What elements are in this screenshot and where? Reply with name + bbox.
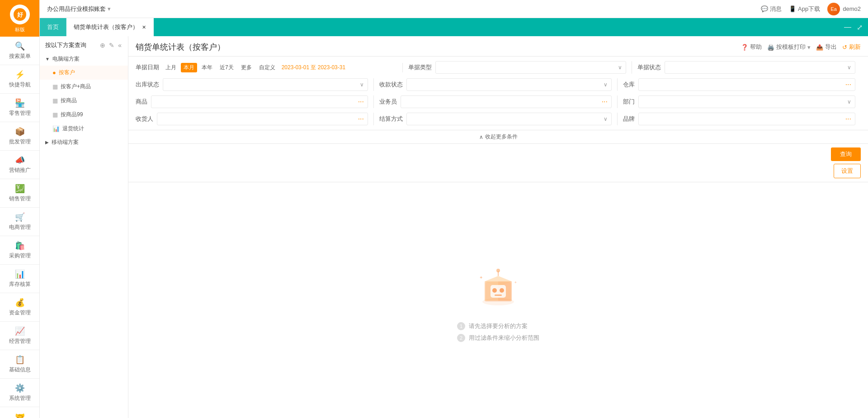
sidebar-item-shortcut[interactable]: ⚡ 快捷导航 <box>0 65 39 94</box>
logo-text: 标版 <box>15 26 25 33</box>
product-label: 商品 <box>136 98 147 106</box>
tab-home[interactable]: 首页 <box>40 18 66 36</box>
scheme-item-return-stats[interactable]: 📊 退货统计 <box>40 122 128 136</box>
date-btn-current-month[interactable]: 本月 <box>181 63 197 72</box>
recipient-dots[interactable]: ··· <box>358 115 364 123</box>
warehouse-input[interactable]: ··· <box>638 78 855 91</box>
query-button[interactable]: 查询 <box>831 147 861 161</box>
refresh-button[interactable]: ↺ 刷新 <box>842 43 861 51</box>
svg-point-13 <box>496 269 500 272</box>
minimize-tab-button[interactable]: — <box>842 21 853 33</box>
doc-status-input[interactable]: ∨ <box>665 61 855 74</box>
department-input[interactable]: ∨ <box>638 95 855 108</box>
topbar-left: 办公用品行业模拟账套 ▾ <box>47 5 111 13</box>
export-button[interactable]: 📤 导出 <box>816 43 837 51</box>
salesperson-dots[interactable]: ··· <box>602 98 608 106</box>
sidebar-item-operation[interactable]: 📈 经营管理 <box>0 322 39 350</box>
account-selector[interactable]: 办公用品行业模拟账套 ▾ <box>47 5 111 13</box>
arrow-down-icon: ▼ <box>45 57 50 62</box>
sidebar-item-enterprise[interactable]: 🤝 企业协同 <box>0 407 39 418</box>
print-button[interactable]: 🖨️ 按模板打印 ▾ <box>767 43 811 51</box>
sidebar-item-sales[interactable]: 💹 销售管理 <box>0 179 39 208</box>
product-input[interactable]: ··· <box>151 95 368 108</box>
avatar: Ea <box>827 3 840 15</box>
close-tab-icon[interactable]: ✕ <box>142 24 146 30</box>
scheme-group-mobile-header[interactable]: ▶ 移动端方案 <box>40 136 128 149</box>
tip-num-1: 1 <box>457 322 465 330</box>
add-scheme-button[interactable]: ⊕ <box>99 41 106 50</box>
settlement-input[interactable]: ∨ <box>406 113 612 125</box>
shortcut-icon: ⚡ <box>15 70 25 80</box>
sidebar-item-ecommerce[interactable]: 🛒 电商管理 <box>0 208 39 236</box>
sidebar-item-purchase[interactable]: 🛍️ 采购管理 <box>0 236 39 265</box>
empty-illustration: ✦ ✦ <box>471 259 525 313</box>
home-tab-label: 首页 <box>47 23 59 31</box>
recv-status-input[interactable]: ∨ <box>406 78 612 91</box>
out-status-input[interactable]: ∨ <box>163 78 368 91</box>
scheme-item-by-customer-product[interactable]: ▦ 按客户+商品 <box>40 80 128 94</box>
sidebar-item-label: 采购管理 <box>9 252 31 260</box>
sidebar-item-inventory[interactable]: 📊 库存核算 <box>0 265 39 293</box>
maximize-tab-button[interactable]: ⤢ <box>855 21 864 33</box>
recv-status-chevron: ∨ <box>604 81 608 88</box>
scheme-item-by-product-99[interactable]: ▦ 按商品99 <box>40 108 128 122</box>
scheme-header: 按以下方案查询 ⊕ ✎ « <box>40 36 128 52</box>
svg-text:✦: ✦ <box>514 280 517 285</box>
edit-scheme-button[interactable]: ✎ <box>108 41 115 50</box>
brand-dots[interactable]: ··· <box>845 115 851 123</box>
date-btn-7days[interactable]: 近7天 <box>217 63 236 72</box>
sidebar-item-marketing[interactable]: 📣 营销推广 <box>0 151 39 179</box>
product-dots[interactable]: ··· <box>358 98 364 106</box>
help-label: 帮助 <box>750 43 762 51</box>
brand-input[interactable]: ··· <box>638 113 855 125</box>
sidebar: 好 标版 🔍 搜索菜单 ⚡ 快捷导航 🏪 零售管理 📦 批发管理 📣 营销推广 … <box>0 0 40 418</box>
doc-status-chevron: ∨ <box>847 64 851 71</box>
retail-icon: 🏪 <box>15 98 25 108</box>
message-button[interactable]: 💬 消息 <box>761 5 782 13</box>
scheme-group-pc-header[interactable]: ▼ 电脑端方案 <box>40 52 128 66</box>
recipient-input[interactable]: ··· <box>157 113 368 125</box>
scheme-item-by-customer[interactable]: ● 按客户 <box>40 66 128 80</box>
sidebar-item-retail[interactable]: 🏪 零售管理 <box>0 94 39 122</box>
svg-point-10 <box>500 288 504 293</box>
out-status-chevron: ∨ <box>360 81 364 88</box>
sidebar-item-finance[interactable]: 💰 资金管理 <box>0 293 39 322</box>
date-btn-more[interactable]: 更多 <box>238 63 255 72</box>
scheme-item-by-product[interactable]: ▦ 按商品 <box>40 94 128 108</box>
doc-type-chevron: ∨ <box>618 64 622 71</box>
date-btn-current-year[interactable]: 本年 <box>199 63 215 72</box>
date-btn-custom[interactable]: 自定义 <box>256 63 278 72</box>
inventory-icon: 📊 <box>15 269 25 279</box>
sidebar-item-label: 经营管理 <box>9 337 31 345</box>
date-range-value: 2023-03-01 至 2023-03-31 <box>282 64 345 71</box>
salesperson-input[interactable]: ··· <box>401 95 612 108</box>
sidebar-item-search[interactable]: 🔍 搜索菜单 <box>0 37 39 65</box>
doc-type-input[interactable]: ∨ <box>435 61 626 74</box>
basic-icon: 📋 <box>15 355 25 365</box>
empty-tips: 1 请先选择要分析的方案 2 用过滤条件来缩小分析范围 <box>457 322 539 342</box>
svg-point-9 <box>492 288 497 293</box>
settings-button[interactable]: 设置 <box>834 164 861 178</box>
sidebar-item-label: 营销推广 <box>9 166 31 174</box>
sidebar-item-wholesale[interactable]: 📦 批发管理 <box>0 122 39 151</box>
scheme-item-label: 按客户 <box>59 69 75 76</box>
sidebar-item-basic[interactable]: 📋 基础信息 <box>0 350 39 379</box>
report-area: 销货单统计表（按客户） ❓ 帮助 🖨️ 按模板打印 ▾ 📤 导出 <box>128 36 868 418</box>
tab-report[interactable]: 销货单统计表（按客户） ✕ <box>66 18 154 36</box>
sidebar-item-system[interactable]: ⚙️ 系统管理 <box>0 379 39 407</box>
product99-icon: ▦ <box>52 111 58 118</box>
help-button[interactable]: ❓ 帮助 <box>741 43 762 51</box>
search-icon: 🔍 <box>15 41 25 51</box>
user-profile-button[interactable]: Ea demo2 <box>827 3 861 15</box>
arrow-right-icon: ▶ <box>45 140 49 145</box>
scheme-title: 按以下方案查询 <box>45 41 86 49</box>
warehouse-dots[interactable]: ··· <box>845 81 851 89</box>
customer-icon: ● <box>52 69 56 76</box>
collapse-bar[interactable]: ∧ 收起更多条件 <box>128 130 868 144</box>
page-title: 销货单统计表（按客户） <box>136 42 225 52</box>
collapse-scheme-button[interactable]: « <box>117 41 123 50</box>
app-download-button[interactable]: 📱 App下载 <box>789 5 820 13</box>
return-icon: 📊 <box>52 125 60 132</box>
date-btn-last-month[interactable]: 上月 <box>163 63 179 72</box>
filter-recipient: 收货人 ··· <box>136 113 374 125</box>
